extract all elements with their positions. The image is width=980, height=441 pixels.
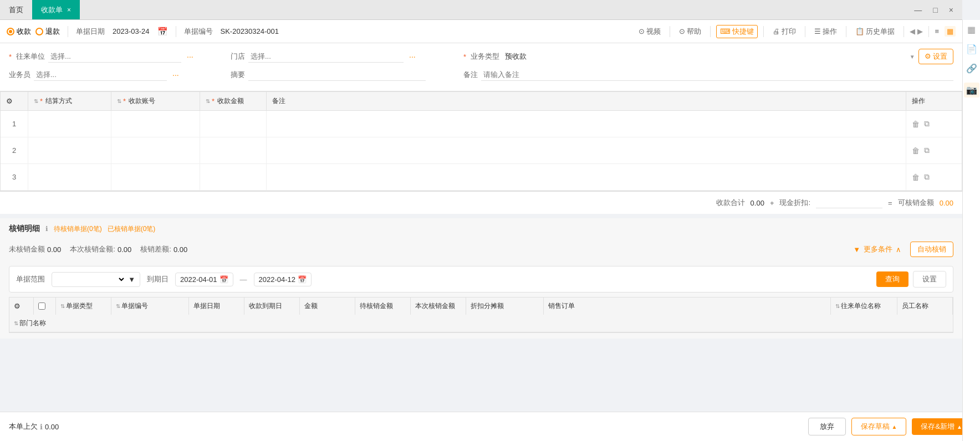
staff-more-button[interactable]: ··· <box>170 70 181 79</box>
sep8 <box>904 26 904 37</box>
nav-right-icon[interactable]: ▶ <box>917 27 923 35</box>
row-1-delete-icon[interactable]: 🗑 <box>912 120 920 129</box>
sidebar-camera-icon[interactable]: 📷 <box>964 83 979 98</box>
uncancelled-value: 0.00 <box>47 245 61 254</box>
sidebar-link-icon[interactable]: 🔗 <box>966 63 977 74</box>
row-1-copy-icon[interactable]: ⧉ <box>924 119 930 129</box>
row-3-amount[interactable] <box>200 164 267 190</box>
bth-settings-icon[interactable]: ⚙ <box>14 302 21 310</box>
video-button[interactable]: ⊙ 视频 <box>635 25 664 38</box>
info-circle-icon[interactable]: ℹ <box>40 423 43 431</box>
row-2-account[interactable] <box>111 137 200 163</box>
close-button[interactable]: × <box>946 4 957 16</box>
date-from-input[interactable]: 2022-04-01 📅 <box>175 273 233 286</box>
row-1-amount[interactable] <box>200 111 267 137</box>
calendar-from-icon[interactable]: 📅 <box>220 275 228 284</box>
grid-view-icon[interactable]: ▦ <box>945 26 956 37</box>
help-button[interactable]: ⊙ 帮助 <box>676 25 705 38</box>
query-button[interactable]: 查询 <box>876 271 908 287</box>
range-label: 单据范围 <box>16 274 45 284</box>
draft-arrow-icon[interactable]: ▲ <box>892 424 897 430</box>
pending-tab[interactable]: 待核销单据(0笔) <box>54 224 102 234</box>
more-conditions-button[interactable]: ▼ 更多条件 ∧ <box>853 244 901 254</box>
sidebar-table-icon[interactable]: ▦ <box>967 24 976 35</box>
row-1-account[interactable] <box>111 111 200 137</box>
discard-button[interactable]: 放弃 <box>808 418 846 435</box>
sep5 <box>763 26 764 37</box>
row-1-payment-method[interactable] <box>28 111 111 137</box>
row-3-account[interactable] <box>111 164 200 190</box>
history-button[interactable]: 📋 历史单据 <box>852 25 898 38</box>
date-to-input[interactable]: 2022-04-12 📅 <box>254 273 312 286</box>
store-more-button[interactable]: ··· <box>407 52 418 61</box>
save-new-label: 保存&新增 <box>921 422 955 432</box>
total-value: 0.00 <box>751 199 764 207</box>
account-header: ⇅ * 收款账号 <box>111 92 200 110</box>
nav-left-icon[interactable]: ◀ <box>910 27 915 35</box>
diff-stat: 核销差额: 0.00 <box>140 244 187 254</box>
bth-checkbox[interactable] <box>34 298 56 315</box>
calendar-to-icon[interactable]: 📅 <box>298 275 307 284</box>
remark-col-header: 备注 <box>267 92 906 110</box>
sep3 <box>670 26 670 37</box>
list-view-icon[interactable]: ≡ <box>935 27 939 35</box>
filter-right: 查询 设置 <box>876 271 946 288</box>
table-settings-icon[interactable]: ⚙ <box>6 97 13 105</box>
filter-settings-button[interactable]: 设置 <box>913 271 946 288</box>
print-label: 打印 <box>782 27 796 37</box>
tab-close-icon[interactable]: × <box>67 6 71 14</box>
counterpart-input[interactable] <box>48 50 181 63</box>
bth-staff: 员工名称 <box>897 298 953 315</box>
print-button[interactable]: 🖨 打印 <box>769 25 799 38</box>
counterpart-more-button[interactable]: ··· <box>185 52 196 61</box>
maximize-button[interactable]: □ <box>930 4 941 16</box>
range-select-input[interactable] <box>57 275 126 284</box>
row-2-payment-method[interactable] <box>28 137 111 163</box>
auto-cancel-button[interactable]: 自动核销 <box>910 242 953 257</box>
row-2-delete-icon[interactable]: 🗑 <box>912 146 920 155</box>
settings-col-header[interactable]: ⚙ <box>1 92 28 110</box>
operation-label: 操作 <box>823 27 837 37</box>
row-3-delete-icon[interactable]: 🗑 <box>912 173 920 182</box>
discount-input[interactable] <box>816 197 882 208</box>
store-input[interactable] <box>248 50 404 63</box>
row-2-copy-icon[interactable]: ⧉ <box>924 146 930 155</box>
discard-label: 放弃 <box>820 422 834 430</box>
calendar-icon[interactable]: 📅 <box>157 27 168 37</box>
receive-radio[interactable]: 收款 <box>7 27 31 37</box>
table-header: ⚙ ⇅ * 结算方式 ⇅ * 收款账号 ⇅ * 收款金额 备注 操作 <box>1 92 962 111</box>
operation-button[interactable]: ☰ 操作 <box>811 25 840 38</box>
row-1-remark[interactable] <box>267 111 906 137</box>
save-new-arrow-icon[interactable]: ▲ <box>957 424 962 430</box>
remark-input[interactable] <box>481 69 953 81</box>
balance-info: 本单上欠 ℹ 0.00 <box>9 422 59 432</box>
tab-current-label: 收款单 <box>41 5 63 15</box>
row-3-copy-icon[interactable]: ⧉ <box>924 172 930 182</box>
verification-table-header: ⚙ ⇅单据类型 ⇅单据编号 单据日期 收款到期日 金额 待核销金额 本次核销金额… <box>9 298 953 332</box>
business-type-settings-button[interactable]: ⚙ 设置 <box>918 49 953 64</box>
return-radio[interactable]: 退款 <box>35 27 60 37</box>
action-header: 操作 <box>906 92 962 110</box>
current-cancel-value: 0.00 <box>118 245 131 254</box>
verification-info-icon[interactable]: ℹ <box>45 225 48 233</box>
save-draft-button[interactable]: 保存草稿 ▲ <box>851 418 907 435</box>
row-2-amount[interactable] <box>200 137 267 163</box>
sidebar-doc-icon[interactable]: 📄 <box>966 44 977 54</box>
range-select[interactable]: ▼ <box>52 272 140 287</box>
summary-input[interactable] <box>248 69 426 81</box>
payment-table: ⚙ ⇅ * 结算方式 ⇅ * 收款账号 ⇅ * 收款金额 备注 操作 1 <box>0 91 962 191</box>
tab-current[interactable]: 收款单 × <box>32 0 80 19</box>
tab-home[interactable]: 首页 <box>0 0 32 19</box>
row-3-payment-method[interactable] <box>28 164 111 190</box>
row-2-remark[interactable] <box>267 137 906 163</box>
minimize-button[interactable]: — <box>911 4 925 16</box>
done-tab[interactable]: 已核销单据(0笔) <box>108 224 156 234</box>
select-all-checkbox[interactable] <box>38 302 45 310</box>
shortcut-label: 快捷键 <box>732 27 754 37</box>
staff-input[interactable] <box>34 69 167 81</box>
business-type-chevron[interactable]: ▼ <box>910 54 915 60</box>
row-3-remark[interactable] <box>267 164 906 190</box>
shortcut-button[interactable]: ⌨ 快捷键 <box>716 25 758 38</box>
bth-settings[interactable]: ⚙ <box>9 298 34 315</box>
plus-sign: + <box>770 199 774 207</box>
